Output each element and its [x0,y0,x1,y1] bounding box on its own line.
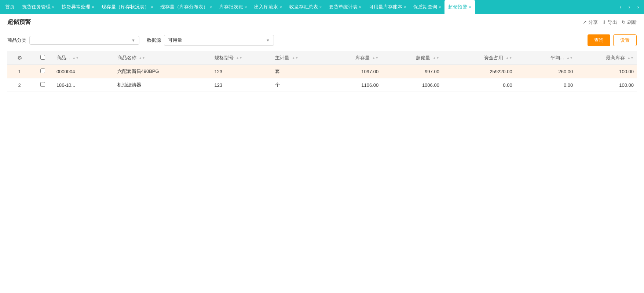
sort-icon: ▲▼ [433,56,439,60]
th-checkbox [32,51,54,65]
filter-actions: 查询 设置 [588,34,637,46]
row-checkbox[interactable] [40,68,45,73]
datasource-select-value: 可用量 [168,37,182,44]
th-product-id[interactable]: 商品... ▲▼ [54,51,114,65]
nav-item-stock-dist[interactable]: 现存量（库存分布表） × [157,0,215,14]
sort-icon: ▲▼ [236,56,242,60]
close-icon[interactable]: × [279,5,282,9]
cell-product-id: 0000004 [54,65,114,78]
sort-icon: ▲▼ [292,56,299,60]
query-button[interactable]: 查询 [588,34,610,46]
filter-area: 商品分类 ▼ 数据源 可用量 ▼ 查询 设置 [0,29,644,51]
close-icon[interactable]: × [469,5,471,9]
sort-icon: ▲▼ [506,56,512,60]
cell-unit: 套 [272,65,321,78]
nav-item-pick-exception[interactable]: 拣货异常处理 × [58,0,98,14]
nav-item-available[interactable]: 可用量库存账本 × [365,0,410,14]
datasource-select[interactable]: 可用量 ▼ [164,35,274,46]
settings-button[interactable]: 设置 [613,34,637,46]
close-icon[interactable]: × [404,5,406,9]
nav-item-summary[interactable]: 收发存汇总表 × [286,0,325,14]
gear-icon[interactable]: ⚙ [17,55,22,61]
th-avg[interactable]: 平均... ▲▼ [515,51,576,65]
header-actions: ↗ 分享 ⇓ 导出 ↻ 刷新 [583,19,637,26]
data-table: ⚙ 商品... ▲▼ 商品名称 ▲▼ 规格型号 ▲▼ 主计 [7,51,637,92]
cell-product-name: 六配套新昌490BPG [114,65,212,78]
cell-unit: 个 [272,78,321,92]
category-select[interactable]: ▼ [29,36,139,45]
nav-more-button[interactable]: › [634,3,643,11]
table-row: 2 186-10... 机油滤清器 123 个 1106.00 1006.00 … [7,78,637,92]
close-icon[interactable]: × [245,5,247,9]
export-button[interactable]: ⇓ 导出 [602,19,617,26]
th-maxstock[interactable]: 最高库存 ▲▼ [576,51,637,65]
category-label: 商品分类 [7,37,26,44]
page-header: 超储预警 ↗ 分享 ⇓ 导出 ↻ 刷新 [0,14,644,29]
nav-prev-button[interactable]: ‹ [616,3,625,11]
close-icon[interactable]: × [52,5,54,9]
row-checkbox-cell [32,78,54,92]
cell-product-id: 186-10... [54,78,114,92]
close-icon[interactable]: × [319,5,322,9]
cell-overstock: 997.00 [381,65,442,78]
table-header-row: ⚙ 商品... ▲▼ 商品名称 ▲▼ 规格型号 ▲▼ 主计 [7,51,637,65]
chevron-down-icon: ▼ [131,38,135,42]
th-overstock[interactable]: 超储量 ▲▼ [381,51,442,65]
nav-item-stock-status[interactable]: 现存量（库存状况表） × [98,0,157,14]
row-num: 2 [7,78,32,92]
th-product-name[interactable]: 商品名称 ▲▼ [114,51,212,65]
th-unit[interactable]: 主计量 ▲▼ [272,51,321,65]
nav-item-pick-task[interactable]: 拣货任务管理 × [18,0,58,14]
refresh-icon: ↻ [622,19,626,25]
cell-maxstock: 100.00 [576,78,637,92]
nav-item-home[interactable]: 首页 [1,0,18,14]
nav-item-flow[interactable]: 出入库流水 × [250,0,285,14]
cell-spec: 123 [212,78,272,92]
cell-spec: 123 [212,65,272,78]
nav-item-expiry[interactable]: 保质期查询 × [410,0,444,14]
share-icon: ↗ [583,19,587,25]
table-row: 1 0000004 六配套新昌490BPG 123 套 1097.00 997.… [7,65,637,78]
sort-icon: ▲▼ [627,56,634,60]
nav-bar: 首页 拣货任务管理 × 拣货异常处理 × 现存量（库存状况表） × 现存量（库存… [0,0,644,14]
datasource-filter-group: 数据源 可用量 ▼ [147,35,274,46]
page-title: 超储预警 [7,18,31,26]
nav-item-overstock[interactable]: 超储预警 × [444,0,475,14]
th-capital[interactable]: 资金占用 ▲▼ [442,51,515,65]
sort-icon: ▲▼ [566,56,573,60]
share-button[interactable]: ↗ 分享 [583,19,598,26]
nav-next-button[interactable]: › [625,3,634,11]
cell-maxstock: 100.00 [576,65,637,78]
nav-item-order-stats[interactable]: 要货单统计表 × [325,0,365,14]
cell-overstock: 1006.00 [381,78,442,92]
nav-arrows: ‹ › › [616,3,643,11]
cell-stock: 1097.00 [321,65,382,78]
nav-item-batch[interactable]: 库存批次账 × [216,0,250,14]
datasource-label: 数据源 [147,37,161,44]
table-container: ⚙ 商品... ▲▼ 商品名称 ▲▼ 规格型号 ▲▼ 主计 [0,51,644,92]
th-spec[interactable]: 规格型号 ▲▼ [212,51,272,65]
th-stock[interactable]: 库存量 ▲▼ [321,51,382,65]
cell-stock: 1106.00 [321,78,382,92]
cell-avg: 0.00 [515,78,576,92]
export-icon: ⇓ [602,19,606,25]
cell-avg: 260.00 [515,65,576,78]
refresh-button[interactable]: ↻ 刷新 [622,19,637,26]
close-icon[interactable]: × [439,5,441,9]
sort-icon: ▲▼ [72,56,79,60]
close-icon[interactable]: × [209,5,212,9]
cell-capital: 259220.00 [442,65,515,78]
close-icon[interactable]: × [359,5,361,9]
row-num: 1 [7,65,32,78]
close-icon[interactable]: × [151,5,153,9]
sort-icon: ▲▼ [372,56,378,60]
row-checkbox-cell [32,65,54,78]
close-icon[interactable]: × [92,5,94,9]
table-body: 1 0000004 六配套新昌490BPG 123 套 1097.00 997.… [7,65,637,92]
chevron-down-icon: ▼ [266,38,270,42]
select-all-checkbox[interactable] [40,55,45,60]
row-checkbox[interactable] [40,82,45,87]
cell-product-name: 机油滤清器 [114,78,212,92]
cell-capital: 0.00 [442,78,515,92]
th-settings: ⚙ [7,51,32,65]
